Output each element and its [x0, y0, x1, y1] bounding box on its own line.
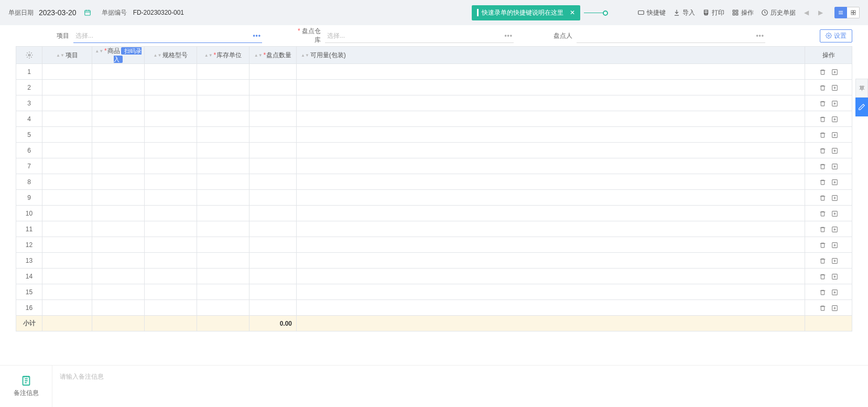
cell-unit[interactable] [197, 64, 249, 80]
cell-project[interactable] [42, 190, 92, 206]
cell-avail[interactable] [297, 190, 805, 206]
cell-spec[interactable] [145, 95, 197, 111]
date-value[interactable]: 2023-03-20 [37, 7, 79, 18]
cell-qty[interactable] [249, 80, 297, 95]
cell-qty[interactable] [249, 269, 297, 284]
cell-avail[interactable] [297, 64, 805, 80]
row-add-icon[interactable] [831, 241, 838, 248]
cell-unit[interactable] [197, 111, 249, 127]
cell-avail[interactable] [297, 300, 805, 316]
cell-product[interactable] [92, 269, 145, 284]
cell-project[interactable] [42, 237, 92, 253]
cell-project[interactable] [42, 221, 92, 237]
row-add-icon[interactable] [831, 68, 838, 75]
cell-spec[interactable] [145, 174, 197, 190]
table-row[interactable]: 3 [16, 95, 852, 111]
cell-unit[interactable] [197, 253, 249, 269]
cell-spec[interactable] [145, 300, 197, 316]
cell-spec[interactable] [145, 206, 197, 221]
row-delete-icon[interactable] [819, 68, 826, 75]
cell-qty[interactable] [249, 237, 297, 253]
cell-qty[interactable] [249, 221, 297, 237]
cell-avail[interactable] [297, 158, 805, 174]
cell-qty[interactable] [249, 253, 297, 269]
cell-project[interactable] [42, 80, 92, 95]
table-row[interactable]: 7 [16, 158, 852, 174]
cell-qty[interactable] [249, 111, 297, 127]
banner-close-icon[interactable]: ✕ [570, 9, 575, 16]
cell-product[interactable] [92, 95, 145, 111]
warehouse-input[interactable] [325, 30, 514, 41]
cell-project[interactable] [42, 143, 92, 158]
next-doc-icon[interactable]: ▶ [817, 9, 824, 16]
row-delete-icon[interactable] [819, 146, 826, 154]
cell-product[interactable] [92, 300, 145, 316]
cell-spec[interactable] [145, 253, 197, 269]
cell-avail[interactable] [297, 95, 805, 111]
cell-spec[interactable] [145, 190, 197, 206]
cell-spec[interactable] [145, 221, 197, 237]
table-row[interactable]: 12 [16, 237, 852, 253]
cell-product[interactable] [92, 237, 145, 253]
table-row[interactable]: 15 [16, 284, 852, 300]
cell-product[interactable] [92, 190, 145, 206]
col-avail[interactable]: ▲▼可用量(包装) [297, 47, 805, 64]
person-more-icon[interactable]: ••• [756, 32, 764, 39]
cell-unit[interactable] [197, 158, 249, 174]
cell-spec[interactable] [145, 64, 197, 80]
row-add-icon[interactable] [831, 115, 838, 122]
cell-avail[interactable] [297, 284, 805, 300]
cell-product[interactable] [92, 80, 145, 95]
cell-unit[interactable] [197, 269, 249, 284]
row-add-icon[interactable] [831, 131, 838, 138]
cell-project[interactable] [42, 95, 92, 111]
cell-spec[interactable] [145, 158, 197, 174]
cell-product[interactable] [92, 127, 145, 143]
cell-project[interactable] [42, 269, 92, 284]
cell-avail[interactable] [297, 127, 805, 143]
row-delete-icon[interactable] [819, 99, 826, 106]
cell-product[interactable] [92, 284, 145, 300]
col-qty[interactable]: ▲▼盘点数量 [249, 47, 297, 64]
person-input-wrap[interactable]: ••• [577, 28, 765, 43]
cell-product[interactable] [92, 174, 145, 190]
row-add-icon[interactable] [831, 272, 838, 280]
cell-project[interactable] [42, 284, 92, 300]
cell-avail[interactable] [297, 221, 805, 237]
col-spec[interactable]: ▲▼规格型号 [145, 47, 197, 64]
cell-spec[interactable] [145, 127, 197, 143]
cell-project[interactable] [42, 253, 92, 269]
view-grid-icon[interactable] [847, 7, 860, 18]
cell-project[interactable] [42, 206, 92, 221]
project-input[interactable] [73, 30, 262, 41]
col-product[interactable]: ▲▼商品扫码录入 [92, 47, 145, 64]
import-button[interactable]: 导入 [673, 8, 695, 17]
row-delete-icon[interactable] [819, 194, 826, 201]
view-list-icon[interactable] [834, 7, 847, 18]
cell-avail[interactable] [297, 143, 805, 158]
cell-qty[interactable] [249, 158, 297, 174]
row-delete-icon[interactable] [819, 256, 826, 264]
print-button[interactable]: 打印 [702, 8, 724, 17]
cell-unit[interactable] [197, 80, 249, 95]
calendar-icon[interactable] [84, 9, 91, 17]
cell-qty[interactable] [249, 95, 297, 111]
table-row[interactable]: 9 [16, 190, 852, 206]
history-button[interactable]: 历史单据 [761, 8, 796, 17]
cell-product[interactable] [92, 221, 145, 237]
cell-unit[interactable] [197, 190, 249, 206]
row-delete-icon[interactable] [819, 178, 826, 185]
warehouse-more-icon[interactable]: ••• [504, 32, 513, 39]
row-delete-icon[interactable] [819, 304, 826, 311]
cell-project[interactable] [42, 300, 92, 316]
cell-spec[interactable] [145, 237, 197, 253]
cell-unit[interactable] [197, 127, 249, 143]
row-add-icon[interactable] [831, 162, 838, 169]
cell-unit[interactable] [197, 237, 249, 253]
table-row[interactable]: 6 [16, 143, 852, 158]
row-delete-icon[interactable] [819, 209, 826, 217]
row-add-icon[interactable] [831, 178, 838, 185]
person-input[interactable] [577, 30, 765, 41]
cell-avail[interactable] [297, 253, 805, 269]
row-add-icon[interactable] [831, 194, 838, 201]
